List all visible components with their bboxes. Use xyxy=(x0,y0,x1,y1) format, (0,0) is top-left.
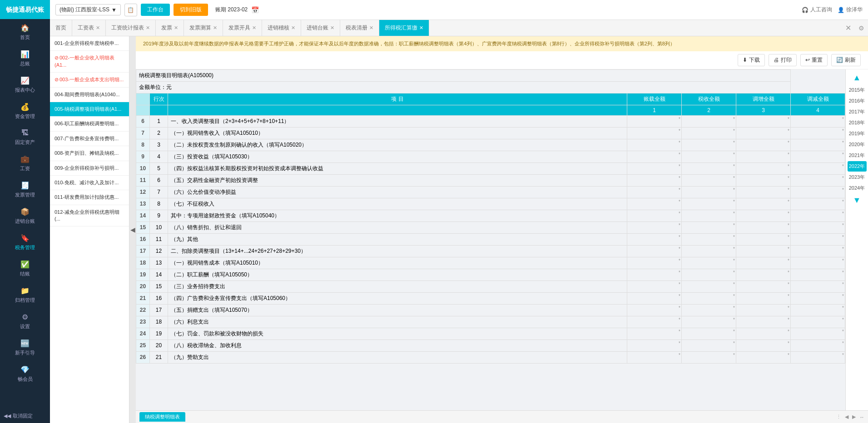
sidebar-item-purchase[interactable]: 📦进销台账 xyxy=(0,203,50,229)
oldver-button[interactable]: 切到旧版 xyxy=(174,4,208,16)
form-list-item-004[interactable]: 004-期间费用明细表(A1040... xyxy=(50,88,129,102)
row-col-e[interactable] xyxy=(736,292,791,304)
row-col-d[interactable] xyxy=(682,115,736,127)
row-col-f[interactable] xyxy=(791,127,845,139)
row-col-d[interactable] xyxy=(682,127,736,139)
row-col-f[interactable] xyxy=(791,151,845,162)
tab-close-7[interactable]: ✕ xyxy=(330,25,334,31)
year-2020年[interactable]: 2020年 xyxy=(848,139,867,150)
row-col-c[interactable] xyxy=(627,139,682,151)
row-col-f[interactable] xyxy=(791,221,845,233)
row-col-d[interactable] xyxy=(682,339,736,351)
tab-close-1[interactable]: ✕ xyxy=(96,25,100,31)
sidebar-item-guide[interactable]: 🆕新手引导 xyxy=(0,334,50,361)
row-col-e[interactable] xyxy=(736,316,791,328)
user-menu[interactable]: 👤 徐泽华 xyxy=(838,6,863,14)
row-item-name[interactable]: （七）罚金、罚款和被没收财物的损失 xyxy=(168,328,627,339)
row-col-e[interactable] xyxy=(736,221,791,233)
row-item-name[interactable]: （一）视同销售成本（填写A105010） xyxy=(168,257,627,269)
year-2024年[interactable]: 2024年 xyxy=(848,183,867,193)
print-button[interactable]: 🖨 打印 xyxy=(769,54,797,66)
form-list-item-011[interactable]: 011-研发费用加计扣除优惠... xyxy=(50,190,129,205)
row-col-c[interactable] xyxy=(627,316,682,328)
year-2015年[interactable]: 2015年 xyxy=(848,85,867,95)
sidebar-item-invoice[interactable]: 🧾发票管理 xyxy=(0,177,50,203)
form-list-item-012[interactable]: 012-减免企业所得税优惠明细(... xyxy=(50,205,129,227)
sidebar-item-salary[interactable]: 💼工资 xyxy=(0,150,50,177)
support-link[interactable]: 🎧 人工咨询 xyxy=(802,6,832,14)
row-item-name[interactable]: （二）职工薪酬（填写A105050） xyxy=(168,269,627,280)
row-col-e[interactable] xyxy=(736,127,791,139)
row-col-d[interactable] xyxy=(682,186,736,198)
sidebar-item-report[interactable]: 📈报表中心 xyxy=(0,72,50,98)
row-col-c[interactable] xyxy=(627,269,682,280)
form-list-item-010[interactable]: 010-免税、减计收入及加计... xyxy=(50,176,129,190)
tab-close-3[interactable]: ✕ xyxy=(174,25,178,31)
row-item-name[interactable]: （六）利息支出 xyxy=(168,316,627,328)
year-2018年[interactable]: 2018年 xyxy=(848,118,867,128)
row-col-f[interactable] xyxy=(791,316,845,328)
tab-close-4[interactable]: ✕ xyxy=(213,25,217,31)
row-col-c[interactable] xyxy=(627,304,682,316)
row-col-d[interactable] xyxy=(682,151,736,162)
year-2021年[interactable]: 2021年 xyxy=(848,150,867,161)
row-col-e[interactable] xyxy=(736,151,791,162)
tab-0[interactable]: 首页 xyxy=(50,20,72,36)
workbench-button[interactable]: 工作台 xyxy=(141,4,170,16)
year-2016年[interactable]: 2016年 xyxy=(848,96,867,106)
tab-5[interactable]: 发票开具 ✕ xyxy=(223,20,262,36)
row-col-c[interactable] xyxy=(627,292,682,304)
row-col-c[interactable] xyxy=(627,280,682,292)
topbar-icon-btn[interactable]: 📋 xyxy=(124,4,137,16)
row-item-name[interactable]: （八）销售折扣、折让和退回 xyxy=(168,221,627,233)
sidebar-item-tax[interactable]: 🔖税务管理 xyxy=(0,229,50,256)
row-col-d[interactable] xyxy=(682,292,736,304)
row-col-e[interactable] xyxy=(736,245,791,257)
row-col-f[interactable] xyxy=(791,198,845,210)
row-col-d[interactable] xyxy=(682,280,736,292)
row-col-c[interactable] xyxy=(627,174,682,186)
row-col-e[interactable] xyxy=(736,328,791,339)
row-col-d[interactable] xyxy=(682,174,736,186)
year-2023年[interactable]: 2023年 xyxy=(848,172,867,182)
tab-4[interactable]: 发票测算 ✕ xyxy=(184,20,223,36)
form-list-item-008[interactable]: 008-资产折旧、摊销及纳税... xyxy=(50,146,129,161)
sidebar-item-home[interactable]: 🏠首页 xyxy=(0,19,50,45)
sidebar-item-ledger[interactable]: 📊总账 xyxy=(0,45,50,72)
row-col-d[interactable] xyxy=(682,233,736,245)
row-col-e[interactable] xyxy=(736,186,791,198)
row-col-f[interactable] xyxy=(791,339,845,351)
year-2022年[interactable]: 2022年 xyxy=(848,161,867,172)
download-button[interactable]: ⬇ 下载 xyxy=(738,54,765,66)
sidebar-item-vip[interactable]: 💎畅会员 xyxy=(0,361,50,387)
tab-3[interactable]: 发票 ✕ xyxy=(156,20,184,36)
tab-8[interactable]: 税表清册 ✕ xyxy=(340,20,379,36)
form-list-item-001[interactable]: 001-企业所得税年度纳税申... xyxy=(50,36,129,51)
row-col-c[interactable] xyxy=(627,221,682,233)
row-col-c[interactable] xyxy=(627,151,682,162)
tab-9[interactable]: 所得税汇算缴 ✕ xyxy=(379,20,429,36)
form-list-item-003[interactable]: ⊘003-一般企业成本支出明细... xyxy=(50,73,129,87)
company-selector[interactable]: (物副) 江西股室-LSS ▼ xyxy=(55,4,121,15)
row-col-c[interactable] xyxy=(627,339,682,351)
form-list-item-007[interactable]: 007-广告费和业务宣传费明... xyxy=(50,132,129,146)
row-col-e[interactable] xyxy=(736,351,791,363)
row-col-d[interactable] xyxy=(682,316,736,328)
tabbar-settings[interactable]: ⚙ xyxy=(855,25,868,32)
row-col-f[interactable] xyxy=(791,245,845,257)
sidebar-item-archive[interactable]: 📁归档管理 xyxy=(0,282,50,308)
row-item-name[interactable]: 其中：专项用途财政性资金（填写A105040） xyxy=(168,210,627,221)
row-col-c[interactable] xyxy=(627,210,682,221)
form-list-item-005[interactable]: 005-纳税调整项目明细表(A1... xyxy=(50,102,129,117)
row-col-e[interactable] xyxy=(736,304,791,316)
tab-close-9[interactable]: ✕ xyxy=(419,25,423,31)
row-col-f[interactable] xyxy=(791,162,845,174)
row-item-name[interactable]: （九）其他 xyxy=(168,233,627,245)
row-item-name[interactable]: （八）税收滞纳金、加收利息 xyxy=(168,339,627,351)
row-col-d[interactable] xyxy=(682,162,736,174)
sidebar-item-settings[interactable]: ⚙设置 xyxy=(0,308,50,334)
row-item-name[interactable]: （三）投资收益（填写A105030） xyxy=(168,151,627,162)
reset-button[interactable]: ↩ 重置 xyxy=(800,54,828,66)
year-down[interactable]: ▼ xyxy=(851,194,863,207)
row-item-name[interactable]: （七）不征税收入 xyxy=(168,198,627,210)
